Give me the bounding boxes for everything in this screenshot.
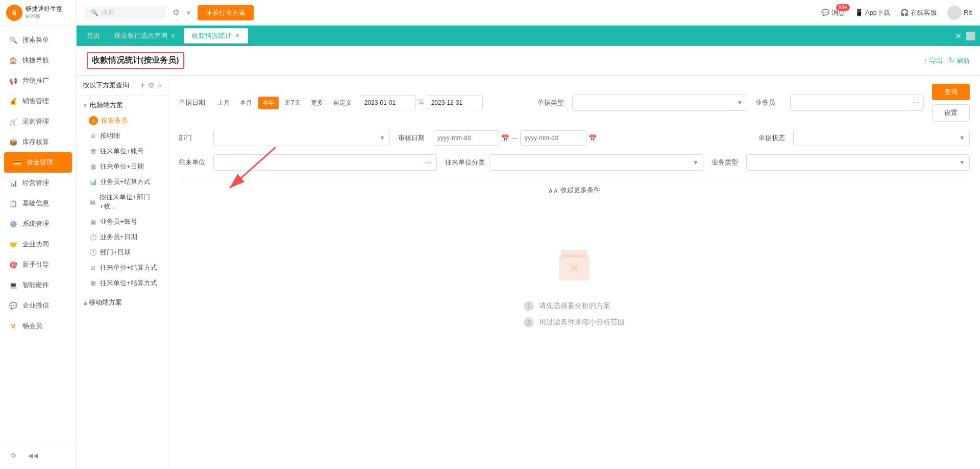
dept-select[interactable]: ▼: [213, 130, 390, 146]
scheme-item-salesperson-date[interactable]: 🕐 业务员+日期: [77, 229, 168, 245]
scheme-item-salesperson-account-label: 业务员+账号: [100, 217, 137, 226]
partner-more-dots[interactable]: ···: [426, 158, 432, 167]
sidebar-item-marketing[interactable]: 📢 营销推广: [0, 71, 76, 91]
refresh-button[interactable]: ↻ 刷新: [949, 56, 970, 65]
query-row-1: 单据日期 上月 本月 本年 近7天 更多 自定义: [179, 84, 970, 122]
date-tab-this-month[interactable]: 本月: [236, 97, 256, 109]
scheme-add-btn[interactable]: +: [140, 81, 145, 90]
online-service-label: 在线客服: [911, 8, 937, 17]
header-dropdown-arrow[interactable]: ▼: [186, 10, 191, 16]
message-item[interactable]: 💬 消息 99+: [821, 8, 845, 17]
settings-button[interactable]: 设置: [932, 104, 970, 122]
date-tab-more[interactable]: 更多: [307, 97, 327, 109]
scheme-item-partner-date[interactable]: ▦ 往来单位+日期: [77, 159, 168, 174]
bill-status-select[interactable]: ▼: [793, 130, 970, 146]
scheme-collapse-btn[interactable]: «: [158, 81, 162, 89]
review-separator: —: [511, 134, 518, 142]
sidebar-item-system[interactable]: ⚙️ 系统管理: [0, 214, 76, 234]
salesperson-select[interactable]: ···: [790, 95, 924, 111]
window-controls: ✕ ⬜: [955, 31, 976, 41]
app-icon: 📱: [855, 9, 863, 16]
footer-collapse-btn[interactable]: ◀◀: [26, 448, 41, 463]
footer-settings-btn[interactable]: ⚙: [6, 448, 21, 463]
sidebar-item-member[interactable]: V 畅会员: [0, 316, 76, 336]
export-button[interactable]: ↑ 导出: [924, 56, 943, 65]
scheme-item-dept-date[interactable]: 🕐 部门+日期: [77, 245, 168, 260]
sidebar-label-member: 畅会员: [22, 321, 42, 331]
scheme-item-partner-account[interactable]: ▦ 往来单位+账号: [77, 144, 168, 159]
sidebar-item-guide[interactable]: 🎯 新手引导: [0, 254, 76, 275]
scheme-item-salesperson-label: 按业务员: [101, 116, 128, 125]
sidebar: 6 畅捷通好生意 标准版 🔍 搜索菜单 🏠 快捷导航 📢 营销推广 💰 销售管理: [0, 0, 77, 469]
window-maximize-btn[interactable]: ⬜: [966, 31, 976, 41]
sidebar-item-finance[interactable]: 💳 资金管理: [4, 152, 72, 173]
sidebar-item-enterprise[interactable]: 🤝 企业协同: [0, 234, 76, 254]
review-from-input[interactable]: [433, 130, 499, 146]
partner-field: 往来单位 ···: [179, 154, 437, 171]
online-service-item[interactable]: 🎧 在线客服: [900, 8, 937, 17]
scheme-item-partner-settle2[interactable]: ▦ 往来单位+结算方式: [77, 275, 168, 291]
trial-button[interactable]: 体验行业方案: [198, 5, 254, 20]
scheme-item-partner-settle2-label: 往来单位+结算方式: [100, 278, 157, 288]
scheme-item-partner-dept-collect[interactable]: ▦ 按往来单位+部门+收...: [77, 190, 168, 214]
scheme-item-partner-settle1[interactable]: ⊞ 往来单位+结算方式: [77, 260, 168, 275]
tab-home[interactable]: 首页: [81, 28, 106, 43]
tab-bank[interactable]: 现金银行流水查询 ✕: [106, 28, 184, 43]
tab-collection-close[interactable]: ✕: [235, 32, 240, 39]
date-from-input[interactable]: [360, 95, 416, 110]
hardware-icon: 💻: [8, 280, 18, 290]
review-date-calendar-icon2[interactable]: 📅: [589, 134, 597, 142]
partner-select[interactable]: ···: [213, 154, 437, 171]
scheme-icon-table4: ▦: [89, 218, 97, 226]
date-tab-this-year[interactable]: 本年: [258, 97, 279, 109]
tab-collection[interactable]: 收款情况统计 ✕: [184, 28, 248, 43]
scheme-group-desktop-header[interactable]: ▼ 电脑端方案: [77, 98, 168, 113]
sidebar-item-search[interactable]: 🔍 搜索菜单: [0, 30, 76, 50]
scheme-item-salesperson-account[interactable]: ▦ 业务员+账号: [77, 214, 168, 229]
scheme-item-dept-date-label: 部门+日期: [100, 248, 131, 257]
business-type-select[interactable]: ▼: [746, 154, 970, 171]
date-tab-7days[interactable]: 近7天: [281, 97, 305, 109]
app-download-item[interactable]: 📱 App下载: [855, 8, 890, 17]
scheme-settings-btn[interactable]: ⚙: [148, 81, 155, 89]
sidebar-item-wechat[interactable]: 💬 企业微信: [0, 295, 76, 316]
scheme-item-salesperson-settle[interactable]: 📊 业务员+结算方式: [77, 174, 168, 190]
sidebar-label-search: 搜索菜单: [22, 35, 49, 44]
marketing-icon: 📢: [8, 76, 18, 86]
sidebar-item-sales[interactable]: 💰 销售管理: [0, 91, 76, 111]
user-name: Rit: [964, 9, 972, 16]
header-gear-icon[interactable]: ⚙: [173, 8, 180, 17]
scheme-icon-grid: ⊞: [89, 132, 97, 140]
user-item[interactable]: Rit: [947, 6, 972, 20]
scheme-item-by-detail[interactable]: ⊞ 按明细: [77, 128, 168, 144]
sidebar-item-operations[interactable]: 📊 经营管理: [0, 173, 76, 193]
date-tab-last-month[interactable]: 上月: [213, 97, 234, 109]
review-to-input[interactable]: [520, 130, 586, 146]
sidebar-item-shortcut[interactable]: 🏠 快捷导航: [0, 50, 76, 71]
enterprise-icon: 🤝: [8, 239, 18, 249]
tab-bank-close[interactable]: ✕: [170, 32, 176, 39]
sidebar-item-purchase[interactable]: 🛒 采购管理: [0, 111, 76, 132]
scheme-item-salesperson-settle-label: 业务员+结算方式: [100, 177, 151, 186]
header-search-bar[interactable]: 🔍 搜索: [85, 6, 166, 19]
dept-arrow: ▼: [379, 134, 385, 142]
review-date-calendar-icon1[interactable]: 📅: [501, 134, 509, 142]
date-tab-custom[interactable]: 自定义: [329, 97, 356, 109]
scheme-group-mobile-header[interactable]: ▶ 移动端方案: [77, 295, 168, 310]
date-to-input[interactable]: [427, 95, 483, 110]
refresh-icon: ↻: [949, 57, 954, 64]
salesperson-more-dots[interactable]: ···: [913, 98, 919, 107]
query-form: 单据日期 上月 本月 本年 近7天 更多 自定义: [168, 76, 980, 209]
scheme-item-detail-label: 按明细: [100, 131, 120, 140]
salesperson-label: 业务员: [755, 98, 786, 107]
query-button[interactable]: 查询: [932, 84, 970, 100]
partner-category-select[interactable]: ▼: [489, 154, 703, 171]
scheme-item-by-salesperson[interactable]: ⊙ 按业务员: [77, 113, 168, 128]
collapse-bar[interactable]: ∧∧ 收起更多条件: [179, 179, 970, 201]
window-close-btn[interactable]: ✕: [955, 31, 962, 41]
sidebar-label-enterprise: 企业协同: [22, 240, 49, 249]
sidebar-item-hardware[interactable]: 💻 智能硬件: [0, 275, 76, 295]
bill-type-select[interactable]: ▼: [572, 95, 748, 111]
sidebar-item-basic[interactable]: 📋 基础信息: [0, 193, 76, 214]
sidebar-item-inventory[interactable]: 📦 库存核算: [0, 132, 76, 152]
